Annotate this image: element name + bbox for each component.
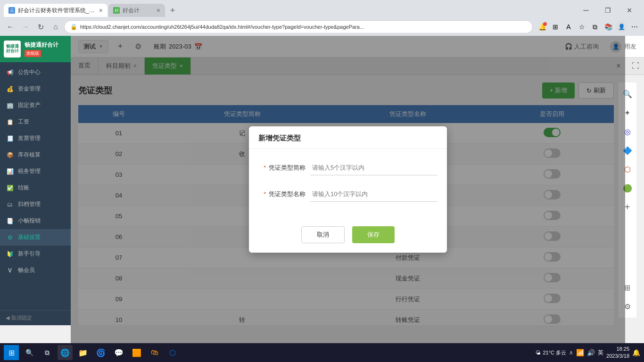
full-name-input[interactable] xyxy=(310,187,438,202)
taskbar-store-icon[interactable]: 🛍 xyxy=(147,345,162,360)
panel-expand-button[interactable]: ⛶ xyxy=(627,58,644,74)
tab2-close-icon[interactable]: × xyxy=(157,7,160,14)
browser-chrome: 云 好会计云财务软件管理系统_会计 × 好 好会计 × + ─ ❐ × ← → … xyxy=(0,0,644,36)
tab1-close-icon[interactable]: × xyxy=(99,7,103,14)
guide-icon: 🔰 xyxy=(6,251,14,257)
window-minimize-button[interactable]: ─ xyxy=(575,3,597,18)
language-label: 英 xyxy=(598,349,603,357)
taskbar-folder-icon[interactable]: 📁 xyxy=(75,345,91,360)
taskbar-apps-icon[interactable]: 🟧 xyxy=(129,345,144,360)
new-tab-button[interactable]: + xyxy=(166,4,179,17)
wifi-icon[interactable]: 📶 xyxy=(576,349,584,356)
modal-header: 新增凭证类型 xyxy=(249,126,447,149)
extensions-area: 🔔 ⊞ A ☆ ⧉ 📚 👤 ⋯ xyxy=(537,21,640,33)
tax-icon: 📊 xyxy=(6,168,14,175)
taskbar-multitask-icon[interactable]: ⧉ xyxy=(40,345,55,360)
sidebar-item-announcement[interactable]: 📢 公告中心 xyxy=(0,64,71,81)
fixed-assets-icon: 🏢 xyxy=(6,102,14,109)
lock-icon: 🔒 xyxy=(70,24,77,30)
sidebar-item-label: 新手引导 xyxy=(18,250,41,258)
weather-text: 21°C 多云 xyxy=(543,349,566,356)
user-name: 用友 xyxy=(624,42,636,51)
full-name-label: * 凭证类型名称 xyxy=(258,190,305,198)
modal-footer: 取消 保存 xyxy=(249,221,447,253)
clock-date: 2023/3/18 xyxy=(606,353,629,360)
taskbar-browser-icon[interactable]: 🌐 xyxy=(58,345,73,360)
fund-icon: 💰 xyxy=(6,86,14,92)
sidebar: 畅捷通 好合计 畅捷通好合计 旗舰版 📢 公告中心 💰 资金管理 🏢 固定资产 xyxy=(0,36,71,325)
address-input[interactable]: 🔒 https://cloud2.chanjet.com/accounting/… xyxy=(64,20,533,33)
sidebar-item-fund[interactable]: 💰 资金管理 xyxy=(0,81,71,97)
taskbar-clock[interactable]: 18:25 2023/3/18 xyxy=(606,346,629,360)
sidebar-item-archive[interactable]: 🗂 归档管理 xyxy=(0,196,71,213)
bookmark-icon[interactable]: ☆ xyxy=(576,21,587,33)
notification-icon[interactable]: 🔔 xyxy=(537,21,548,33)
sidebar-item-checkout[interactable]: ✅ 结账 xyxy=(0,180,71,196)
split-icon[interactable]: ⧉ xyxy=(589,21,601,33)
sidebar-item-label: 公告中心 xyxy=(18,68,41,76)
collections-icon[interactable]: 📚 xyxy=(603,21,614,33)
tab-bar: 云 好会计云财务软件管理系统_会计 × 好 好会计 × + ─ ❐ × xyxy=(0,0,644,18)
window-close-button[interactable]: × xyxy=(619,3,640,18)
translate-icon[interactable]: A xyxy=(563,21,574,33)
unpin-label: 取消固定 xyxy=(11,314,32,321)
checkout-icon: ✅ xyxy=(6,185,14,191)
sidebar-item-inventory[interactable]: 📦 库存核算 xyxy=(0,147,71,163)
sidebar-item-vip[interactable]: V 畅会员 xyxy=(0,262,71,279)
window-restore-button[interactable]: ❐ xyxy=(597,3,619,18)
tab2-title: 好会计 xyxy=(123,7,154,15)
extension-icon1[interactable]: ⊞ xyxy=(550,21,561,33)
sidebar-item-label: 工资 xyxy=(18,118,29,126)
sidebar-item-label: 归档管理 xyxy=(18,200,41,208)
more-icon[interactable]: ⋯ xyxy=(629,21,640,33)
announcement-icon: 📢 xyxy=(6,69,14,76)
sidebar-item-tax[interactable]: 📊 税务管理 xyxy=(0,163,71,180)
home-button[interactable]: ⌂ xyxy=(49,20,62,33)
modal-dialog: 新增凭证类型 * 凭证类型简称 * 凭证类型名称 取消 保存 xyxy=(249,126,447,253)
save-button[interactable]: 保存 xyxy=(352,226,395,243)
inventory-icon: 📦 xyxy=(6,152,14,158)
short-name-input[interactable] xyxy=(310,160,438,175)
taskbar-search-icon[interactable]: 🔍 xyxy=(22,345,37,360)
sidebar-item-label: 资金管理 xyxy=(18,85,41,93)
forward-button[interactable]: → xyxy=(19,20,32,33)
sidebar-item-invoice[interactable]: 🧾 发票管理 xyxy=(0,130,71,147)
tab-1[interactable]: 云 好会计云财务软件管理系统_会计 × xyxy=(4,4,107,17)
cancel-button[interactable]: 取消 xyxy=(301,226,345,243)
sidebar-scroll: 📢 公告中心 💰 资金管理 🏢 固定资产 📋 工资 🧾 发票管理 📦 库 xyxy=(0,62,71,310)
archive-icon: 🗂 xyxy=(6,201,14,208)
url-text: https://cloud2.chanjet.com/accounting/uh… xyxy=(80,24,527,30)
sys-up-arrow[interactable]: ∧ xyxy=(569,349,573,356)
report-icon: 📑 xyxy=(6,218,14,224)
brand-logo: 畅捷通 好合计 xyxy=(4,41,21,58)
profile-icon[interactable]: 👤 xyxy=(616,21,627,33)
tab-2[interactable]: 好 好会计 × xyxy=(108,4,165,17)
weather-info: 🌤 21°C 多云 xyxy=(536,349,566,356)
speaker-icon[interactable]: 🔊 xyxy=(587,349,595,356)
sidebar-item-settings[interactable]: ⚙ 基础设置 xyxy=(0,229,71,246)
invoice-icon: 🧾 xyxy=(6,135,14,142)
short-name-label: * 凭证类型简称 xyxy=(258,164,305,172)
taskbar-edge2-icon[interactable]: ⬡ xyxy=(165,345,180,360)
notification-bell-icon[interactable]: 🔔 xyxy=(632,349,640,356)
clock-time: 18:25 xyxy=(606,346,629,353)
modal-overlay: 新增凭证类型 * 凭证类型简称 * 凭证类型名称 取消 保存 xyxy=(71,36,625,343)
required-mark1: * xyxy=(264,164,266,171)
sidebar-item-report[interactable]: 📑 小畅报销 xyxy=(0,213,71,229)
start-button[interactable]: ⊞ xyxy=(4,345,19,360)
tab2-favicon: 好 xyxy=(113,7,120,14)
taskbar-edge-icon[interactable]: 🌀 xyxy=(93,345,108,360)
sidebar-unpin[interactable]: ◀ 取消固定 xyxy=(0,310,71,325)
full-name-row: * 凭证类型名称 xyxy=(258,187,438,202)
sidebar-item-label: 畅会员 xyxy=(18,266,35,274)
taskbar-wechat-icon[interactable]: 💬 xyxy=(111,345,126,360)
taskbar-sys-area: 🌤 21°C 多云 ∧ 📶 🔊 英 18:25 2023/3/18 🔔 xyxy=(536,346,640,360)
sidebar-item-salary[interactable]: 📋 工资 xyxy=(0,114,71,130)
sidebar-item-label: 结账 xyxy=(18,184,29,192)
settings-icon: ⚙ xyxy=(6,234,14,241)
back-button[interactable]: ← xyxy=(4,20,17,33)
sidebar-item-fixed-assets[interactable]: 🏢 固定资产 xyxy=(0,97,71,114)
sidebar-item-guide[interactable]: 🔰 新手引导 xyxy=(0,246,71,262)
brand-edition: 旗舰版 xyxy=(25,50,41,57)
reload-button[interactable]: ↻ xyxy=(34,20,47,33)
